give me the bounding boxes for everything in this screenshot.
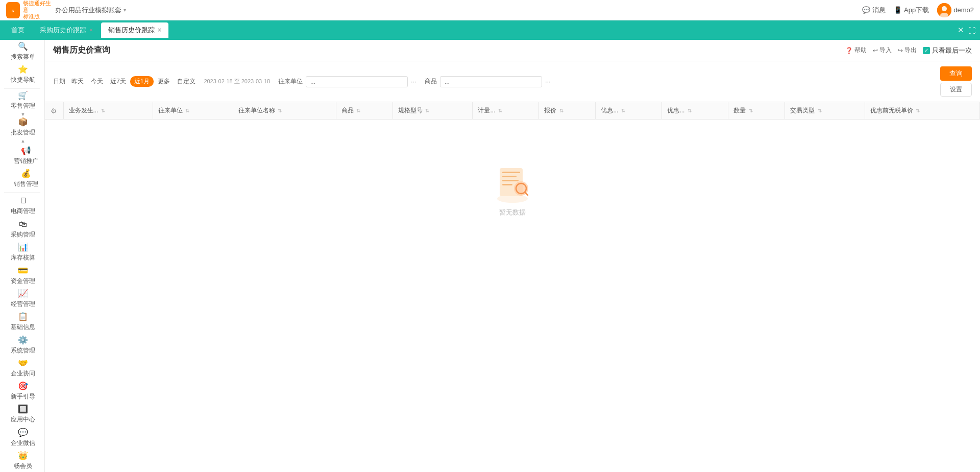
sidebar-item-inventory[interactable]: 📊 库存核算 [0,241,44,264]
sidebar-item-basic-info-label: 基础信息 [11,323,35,332]
only-last-checkbox[interactable] [923,47,930,54]
sidebar-item-sales-mgmt-label: 销售管理 [14,180,38,188]
date-range-display: 2023-02-18 至 2023-03-18 [204,78,270,85]
sidebar-item-wholesale-mgmt-label: 批发管理 [11,128,35,137]
sidebar-item-new-guide[interactable]: 🎯 新手引导 [0,380,44,403]
partner-filter-group: 往来单位 ··· [278,76,416,87]
th-partner-name[interactable]: 往来单位名称 ⇅ [233,102,336,120]
app-download-icon: 📱 [894,6,902,14]
th-spec[interactable]: 规格型号 ⇅ [393,102,473,120]
sidebar-item-retail-mgmt[interactable]: 🛒 零售管理 ▼ [0,90,44,117]
quick-nav-icon: ⭐ [18,64,28,74]
only-last-wrap[interactable]: 只看最后一次 [923,46,972,55]
th-discount1[interactable]: 优惠... ⇅ [596,102,662,120]
sidebar-item-finance-mgmt[interactable]: 💳 资金管理 [0,264,44,287]
goods-ellipsis[interactable]: ··· [545,78,551,85]
sidebar-item-marketing-label: 营销推广 [14,157,38,166]
sidebar-item-corp-wechat[interactable]: 💬 企业微信 [0,426,44,449]
sidebar-item-new-guide-label: 新手引导 [11,392,35,401]
goods-filter-group: 商品 ··· [425,76,551,87]
user-avatar-btn[interactable]: demo2 [937,3,974,17]
page-actions: ❓ 帮助 ↩ 导入 ↪ 导出 只看最后一次 [845,46,972,55]
th-biz-date[interactable]: 业务发生... ⇅ [63,102,153,120]
sidebar-item-app-center[interactable]: 🔲 应用中心 [0,403,44,426]
wholesale-arrow-icon: ▲ [21,138,26,144]
export-btn[interactable]: ↪ 导出 [898,46,917,55]
tab-home-label: 首页 [11,26,24,35]
partner-input[interactable] [306,76,408,87]
th-discount2[interactable]: 优惠... ⇅ [662,102,728,120]
data-table: ⚙ 业务发生... ⇅ 往来单位 ⇅ 往来单位名称 ⇅ 商品 ⇅ [45,102,980,120]
tab-sales-history[interactable]: 销售历史价跟踪 × [101,22,168,38]
th-trade-type[interactable]: 交易类型 ⇅ [785,102,865,120]
sidebar-item-system-mgmt[interactable]: ⚙️ 系统管理 [0,333,44,356]
close-tab-btn[interactable]: ✕ [958,26,964,35]
sidebar-item-member[interactable]: 👑 畅会员 [0,449,44,472]
logo-text-line1: 畅捷通好生意 [23,0,51,13]
ecom-mgmt-icon: 🖥 [19,196,27,205]
new-guide-icon: 🎯 [18,381,28,391]
tab-bar: 首页 采购历史价跟踪 × 销售历史价跟踪 × ✕ ⛶ [0,20,980,40]
message-btn[interactable]: 💬 消息 [862,6,886,15]
help-btn[interactable]: ❓ 帮助 [845,46,867,55]
maximize-btn[interactable]: ⛶ [968,26,976,35]
th-pretax-price[interactable]: 优惠前无税单价 ⇅ [865,102,979,120]
sidebar-item-corp-collab[interactable]: 🤝 企业协同 [0,357,44,380]
th-partner-code[interactable]: 往来单位 ⇅ [153,102,233,120]
th-settings[interactable]: ⚙ [45,102,63,120]
top-actions: 💬 消息 📱 App下载 demo2 [862,3,974,17]
date-btn-last7[interactable]: 近7天 [107,76,129,87]
logo-text-line2: 标准版 [23,13,51,20]
partner-label: 往来单位 [278,77,303,86]
retail-mgmt-icon: 🛒 [18,90,28,100]
sidebar-item-sales-mgmt[interactable]: 💰 销售管理 [0,167,44,190]
settings-button[interactable]: 设置 [940,83,972,97]
only-last-label: 只看最后一次 [932,46,972,55]
th-quote[interactable]: 报价 ⇅ [539,102,596,120]
sidebar-item-finance-mgmt-label: 资金管理 [11,277,35,286]
sidebar-item-purchase-mgmt-label: 采购管理 [11,230,35,239]
th-unit[interactable]: 计量... ⇅ [473,102,539,120]
date-btn-more[interactable]: 更多 [155,76,173,87]
sort-arrows-qty: ⇅ [749,108,753,113]
main-layout: 🔍 搜索菜单 ⭐ 快捷导航 🛒 零售管理 ▼ 📦 批发管理 ▲ 📢 营销推广 💰… [0,40,980,472]
tab-home[interactable]: 首页 [4,22,32,38]
date-btn-last1m[interactable]: 近1月 [130,76,154,87]
import-btn[interactable]: ↩ 导入 [873,46,892,55]
sidebar-item-ops-mgmt[interactable]: 📈 经营管理 [0,287,44,310]
sidebar-item-quick-nav[interactable]: ⭐ 快捷导航 [0,63,44,86]
date-btn-custom[interactable]: 自定义 [174,76,199,87]
sidebar-item-basic-info[interactable]: 📋 基础信息 [0,310,44,333]
app-download-label: App下载 [904,6,929,15]
tab-purchase-close[interactable]: × [89,27,93,34]
avatar [937,3,951,17]
partner-ellipsis[interactable]: ··· [411,78,416,85]
dropdown-icon[interactable]: ▾ [124,7,126,13]
sidebar-item-marketing[interactable]: 📢 营销推广 [0,144,44,167]
date-btn-yesterday[interactable]: 昨天 [68,76,87,87]
sidebar: 🔍 搜索菜单 ⭐ 快捷导航 🛒 零售管理 ▼ 📦 批发管理 ▲ 📢 营销推广 💰… [0,40,45,472]
th-qty[interactable]: 数量 ⇅ [728,102,785,120]
app-center-icon: 🔲 [18,404,28,414]
tab-sales-close[interactable]: × [158,27,161,34]
system-mgmt-icon: ⚙️ [18,335,28,345]
svg-point-3 [942,6,947,11]
goods-input[interactable] [440,76,542,87]
date-btn-today[interactable]: 今天 [88,76,106,87]
svg-rect-9 [502,180,519,181]
page-title: 销售历史价查询 [53,45,110,56]
th-goods[interactable]: 商品 ⇅ [336,102,393,120]
app-download-btn[interactable]: 📱 App下载 [894,6,929,15]
sidebar-item-search-menu[interactable]: 🔍 搜索菜单 [0,40,44,63]
query-button[interactable]: 查询 [940,66,972,81]
sidebar-item-wholesale-mgmt[interactable]: 📦 批发管理 ▲ [0,117,44,144]
tab-bar-actions: ✕ ⛶ [958,26,976,35]
svg-rect-8 [502,176,517,177]
sidebar-item-ecom-mgmt[interactable]: 🖥 电商管理 [0,195,44,218]
top-title[interactable]: 办公用品行业模拟账套 ▾ [55,6,858,15]
gear-icon[interactable]: ⚙ [51,107,57,115]
tab-purchase-history[interactable]: 采购历史价跟踪 × [33,22,100,38]
sidebar-item-retail-mgmt-label: 零售管理 [11,102,35,110]
sidebar-item-quick-nav-label: 快捷导航 [11,76,35,84]
sidebar-item-purchase-mgmt[interactable]: 🛍 采购管理 [0,218,44,241]
